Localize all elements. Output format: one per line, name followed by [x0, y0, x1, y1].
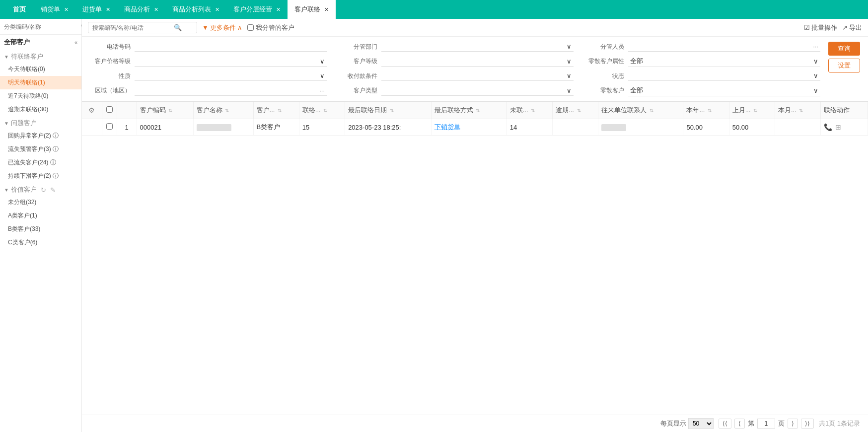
filter-region: 区域（地区） ···: [90, 86, 327, 96]
code-sort-icon[interactable]: ⇅: [168, 108, 172, 113]
th-not-contacted: 未联... ⇅: [506, 102, 552, 119]
filter-payment-select[interactable]: ∨: [381, 71, 574, 81]
sidebar-item-lost-risk[interactable]: 流失预警客户(3) ⓘ: [0, 143, 81, 156]
table-settings-icon[interactable]: ⚙: [88, 106, 95, 114]
td-unit-contacts: [598, 119, 683, 136]
next-page-button[interactable]: ⟩: [788, 419, 798, 429]
close-product-analysis-list-icon[interactable]: ✕: [215, 0, 219, 19]
th-contact-action: 联络动作: [821, 102, 868, 119]
pending-arrow-icon: ▼: [4, 54, 9, 60]
sidebar-item-class-c[interactable]: C类客户(6): [0, 236, 81, 249]
filter-search-icon[interactable]: 🔍: [174, 24, 182, 31]
nav-product-analysis-list[interactable]: 商品分析列表 ✕: [165, 0, 226, 19]
value-edit-icon[interactable]: ✎: [50, 186, 56, 194]
sidebar-item-today[interactable]: 今天待联络(0): [0, 63, 81, 76]
last-contact-method-link[interactable]: 下销货单: [434, 123, 460, 131]
filter-person-dots[interactable]: ···: [628, 42, 820, 52]
filter-status-select[interactable]: ∨: [628, 71, 820, 81]
filter-more-button[interactable]: ▼ 更多条件 ∧: [202, 23, 242, 32]
sidebar-item-class-a[interactable]: A类客户(1): [0, 209, 81, 222]
last-month-sort-icon[interactable]: ⇅: [753, 108, 757, 113]
sidebar-item-repurchase-abnormal[interactable]: 回购异常客户(2) ⓘ: [0, 129, 81, 143]
settings-button[interactable]: 设置: [828, 59, 860, 72]
sidebar-item-class-b[interactable]: B类客户(33): [0, 222, 81, 236]
overdue-sort-icon[interactable]: ⇅: [577, 108, 581, 113]
value-refresh-icon[interactable]: ↻: [41, 186, 46, 194]
sidebar-search-input[interactable]: [4, 23, 78, 30]
close-customer-segmentation-icon[interactable]: ✕: [276, 0, 281, 19]
sidebar-item-lost[interactable]: 已流失客户(24) ⓘ: [0, 156, 81, 169]
price-level-chevron-icon: ∨: [320, 58, 325, 65]
filter-region-label: 区域（地区）: [90, 86, 135, 95]
sidebar-item-unclassified[interactable]: 未分组(32): [0, 196, 81, 209]
action-phone-icon[interactable]: 📞: [824, 123, 832, 131]
filter-phone-control[interactable]: [135, 42, 327, 52]
nav-purchase[interactable]: 进货单 ✕: [75, 0, 117, 19]
filter-bar: 🔍 ▼ 更多条件 ∧ 我分管的客户 ☑ 批量操作 ↗ 导出: [82, 19, 868, 37]
nav-product-analysis[interactable]: 商品分析 ✕: [117, 0, 165, 19]
filter-price-level-select[interactable]: ∨: [135, 57, 327, 67]
close-sales-icon[interactable]: ✕: [64, 0, 69, 19]
per-page-select[interactable]: 50 100 200: [688, 418, 714, 429]
filter-retail: 零散客户 全部 ∨: [583, 85, 820, 96]
region-dots-icon: ···: [319, 87, 325, 94]
export-button[interactable]: ↗ 导出: [842, 23, 862, 32]
filter-payment: 收付款条件 ∨: [337, 71, 574, 81]
nav-sales[interactable]: 销货单 ✕: [34, 0, 75, 19]
sidebar-item-week[interactable]: 近7天待联络(0): [0, 89, 81, 103]
filter-row-4: 区域（地区） ··· 客户类型 ∨: [90, 85, 820, 96]
filter-nature-label: 性质: [90, 72, 135, 80]
th-settings[interactable]: ⚙: [82, 102, 102, 119]
my-customer-filter[interactable]: 我分管的客户: [247, 23, 294, 32]
this-year-sort-icon[interactable]: ⇅: [708, 108, 712, 113]
filter-row-3: 性质 ∨ 收付款条件 ∨: [90, 71, 820, 81]
prev-page-button[interactable]: ⟨: [734, 419, 745, 429]
action-grid-icon[interactable]: ⊞: [835, 123, 841, 131]
th-checkbox[interactable]: [102, 102, 117, 119]
filter-region-dots[interactable]: ···: [135, 86, 327, 96]
th-code: 客户编码 ⇅: [137, 102, 193, 119]
first-page-button[interactable]: ⟨⟨: [719, 419, 731, 429]
last-date-sort-icon[interactable]: ⇅: [390, 108, 394, 113]
nav-customer-contact[interactable]: 客户联络 ✕: [288, 0, 336, 19]
batch-op-checkbox-icon: ☑: [804, 24, 810, 31]
this-month-sort-icon[interactable]: ⇅: [799, 108, 803, 113]
nav-home[interactable]: 首页: [5, 0, 34, 19]
filter-search-input[interactable]: [92, 24, 172, 31]
page-number-input[interactable]: [757, 419, 775, 429]
batch-op-button[interactable]: ☑ 批量操作: [804, 23, 837, 32]
action-icons: 📞 ⊞: [824, 123, 865, 131]
sidebar-item-overdue[interactable]: 逾期未联络(30): [0, 103, 81, 116]
page-label: 第: [748, 419, 754, 428]
row-checkbox[interactable]: [106, 123, 113, 130]
nav-customer-segmentation[interactable]: 客户分层经营 ✕: [226, 0, 288, 19]
close-product-analysis-icon[interactable]: ✕: [154, 0, 158, 19]
contacts-sort-icon[interactable]: ⇅: [323, 108, 327, 113]
td-last-contact-method[interactable]: 下销货单: [431, 119, 506, 136]
last-method-sort-icon[interactable]: ⇅: [476, 108, 480, 113]
close-purchase-icon[interactable]: ✕: [106, 0, 110, 19]
th-last-month: 上月... ⇅: [729, 102, 775, 119]
name-sort-icon[interactable]: ⇅: [225, 108, 229, 113]
type-sort-icon[interactable]: ⇅: [278, 108, 282, 113]
unit-contacts-sort-icon[interactable]: ⇅: [650, 108, 653, 113]
query-button[interactable]: 查询: [828, 42, 860, 56]
filter-customer-type-select[interactable]: ∨: [381, 86, 574, 96]
not-contacted-sort-icon[interactable]: ⇅: [531, 108, 535, 113]
select-all-checkbox[interactable]: [106, 106, 113, 113]
filter-action-buttons: 查询 设置: [828, 42, 860, 72]
sidebar-item-tomorrow[interactable]: 明天待联络(1): [0, 76, 81, 89]
filter-retail-select[interactable]: 全部 ∨: [628, 85, 820, 96]
filter-nature-select[interactable]: ∨: [135, 71, 327, 81]
td-checkbox[interactable]: [102, 119, 117, 136]
sidebar-item-declining[interactable]: 持续下滑客户(2) ⓘ: [0, 169, 81, 183]
filter-customer-level-select[interactable]: ∨: [381, 57, 574, 67]
all-customers-header[interactable]: 全部客户 «: [0, 35, 81, 50]
filter-phone-input[interactable]: [137, 43, 325, 50]
last-page-button[interactable]: ⟩⟩: [801, 419, 814, 429]
filter-payment-label: 收付款条件: [337, 72, 381, 80]
filter-dept-select[interactable]: ∨: [381, 42, 574, 52]
my-customer-checkbox[interactable]: [247, 24, 254, 31]
filter-retail-attr-select[interactable]: 全部 ∨: [628, 56, 820, 67]
close-customer-contact-icon[interactable]: ✕: [324, 0, 329, 19]
